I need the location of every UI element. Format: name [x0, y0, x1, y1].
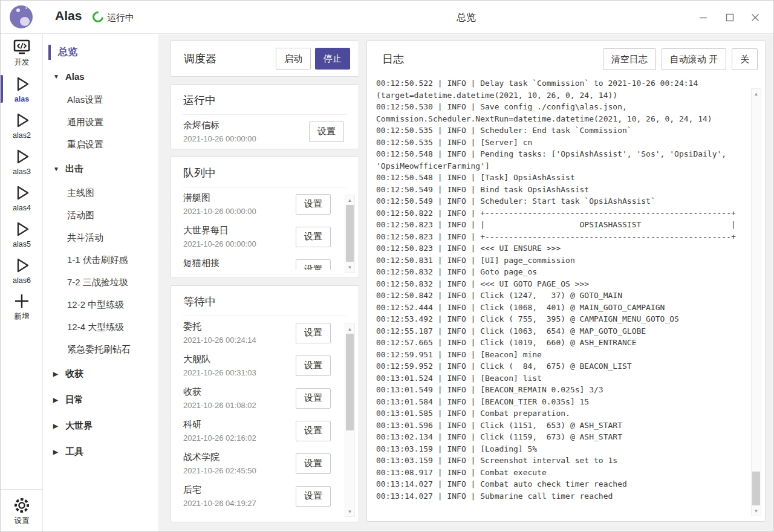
menu-item-12-2 中型练级[interactable]: 12-2 中型练级	[43, 294, 158, 316]
sidebar-item-label: alas3	[13, 167, 31, 176]
autoscroll-on-button[interactable]: 自动滚动 开	[662, 48, 726, 70]
task-setting-button[interactable]: 设置	[296, 355, 331, 376]
sidebar-item-新增[interactable]: 新增	[1, 288, 43, 325]
minimize-button[interactable]	[694, 8, 713, 27]
task-next-run-time: 2021-10-26 00:31:03	[183, 368, 296, 377]
sidebar-item-alas4[interactable]: alas4	[1, 180, 43, 216]
sidebar-item-settings[interactable]: 设置	[1, 489, 43, 532]
scroll-up-icon[interactable]: ▲	[752, 89, 761, 99]
menu-item-共斗活动[interactable]: 共斗活动	[43, 227, 158, 249]
play-icon	[12, 256, 31, 275]
task-row: 大舰队2021-10-26 00:31:03设置	[171, 349, 359, 381]
sidebar-item-alas2[interactable]: alas2	[1, 107, 43, 143]
task-setting-button[interactable]: 设置	[296, 486, 331, 507]
close-icon	[751, 13, 759, 22]
task-name: 短猫相接	[183, 258, 296, 269]
sidebar-item-label: alas	[15, 95, 29, 103]
scroll-up-icon[interactable]: ▲	[345, 195, 354, 205]
task-row: 后宅2021-10-26 04:19:27设置	[171, 479, 359, 512]
log-panel: 日志 清空日志 自动滚动 开 关 00:12:50.522 | INFO | D…	[366, 41, 766, 522]
clear-log-button[interactable]: 清空日志	[603, 48, 656, 70]
log-scrollbar[interactable]: ▲ ▼	[751, 88, 761, 516]
main-content: 调度器 启动 停止 运行中 余烬信标2021-10-26 00:00:00设置 …	[159, 34, 774, 532]
task-name: 委托	[183, 321, 296, 332]
sidebar-item-alas5[interactable]: alas5	[1, 216, 43, 252]
scrollbar-thumb[interactable]	[752, 472, 760, 505]
task-setting-button[interactable]: 设置	[296, 323, 331, 343]
autoscroll-off-button[interactable]: 关	[732, 48, 758, 70]
scroll-down-icon[interactable]: ▼	[345, 507, 354, 516]
scroll-down-icon[interactable]: ▼	[752, 506, 761, 516]
menu-item-overview[interactable]: 总览	[43, 41, 158, 64]
menu-group-label: 日常	[65, 394, 83, 406]
chevron-right-icon: ▶	[53, 371, 60, 377]
task-setting-button[interactable]: 设置	[296, 453, 331, 474]
waiting-card: 等待中 委托2021-10-26 00:24:14设置大舰队2021-10-26…	[171, 285, 359, 522]
scrollbar-thumb[interactable]	[346, 334, 354, 430]
task-name: 战术学院	[183, 452, 296, 463]
menu-item-重启设置[interactable]: 重启设置	[43, 134, 158, 156]
gear-icon	[13, 496, 31, 514]
task-row: 收获2021-10-26 01:08:02设置	[171, 381, 359, 414]
sidebar-item-label: 新增	[15, 311, 30, 322]
task-next-run-time: 2021-10-26 00:24:14	[183, 336, 296, 345]
task-setting-button[interactable]: 设置	[296, 227, 331, 247]
menu-group-label: 出击	[65, 163, 83, 175]
menu-group-label: 大世界	[65, 420, 93, 432]
scheduler-stop-button[interactable]: 停止	[315, 48, 350, 70]
task-setting-button[interactable]: 设置	[296, 194, 331, 215]
task-row: 短猫相接2021-10-26 00:00:00设置	[171, 253, 359, 270]
menu-group-日常[interactable]: ▶日常	[43, 387, 158, 413]
play-icon	[12, 219, 31, 239]
menu-group-工具[interactable]: ▶工具	[43, 439, 158, 465]
task-row: 大世界每日2021-10-26 00:00:00设置	[171, 220, 359, 253]
chevron-down-icon: ▼	[53, 73, 60, 80]
task-next-run-time: 2021-10-26 04:19:27	[183, 499, 296, 508]
menu-group-出击[interactable]: ▼出击	[43, 156, 158, 182]
queued-card-title: 队列中	[183, 157, 346, 187]
menu-item-7-2 三战捡垃圾[interactable]: 7-2 三战捡垃圾	[43, 271, 158, 294]
waiting-card-title: 等待中	[183, 286, 346, 316]
menu-item-紧急委托刷钻石[interactable]: 紧急委托刷钻石	[43, 339, 158, 361]
menu-group-Alas[interactable]: ▼Alas	[43, 64, 158, 89]
sidebar-settings-label: 设置	[15, 516, 30, 526]
menu-item-12-4 大型练级[interactable]: 12-4 大型练级	[43, 316, 158, 339]
play-icon	[12, 111, 31, 130]
task-menu: 总览 ▼AlasAlas设置通用设置重启设置▼出击主线图活动图共斗活动1-1 伏…	[43, 34, 158, 532]
menu-item-Alas设置[interactable]: Alas设置	[43, 89, 158, 111]
minimize-icon	[699, 13, 707, 22]
task-next-run-time: 2021-10-26 02:45:50	[183, 466, 296, 475]
menu-item-主线图[interactable]: 主线图	[43, 182, 158, 204]
sidebar-item-alas3[interactable]: alas3	[1, 143, 43, 180]
menu-group-label: 收获	[65, 368, 83, 380]
queued-scrollbar[interactable]: ▲ ▼	[345, 195, 355, 273]
waiting-scrollbar[interactable]: ▲ ▼	[345, 323, 355, 517]
menu-group-大世界[interactable]: ▶大世界	[43, 413, 158, 439]
scheduler-start-button[interactable]: 启动	[276, 48, 311, 70]
scroll-up-icon[interactable]: ▲	[345, 324, 354, 334]
task-setting-button[interactable]: 设置	[296, 388, 331, 409]
scrollbar-thumb[interactable]	[346, 205, 354, 262]
scheduler-panel: 调度器 启动 停止	[171, 41, 359, 77]
sidebar-item-开发[interactable]: 开发	[1, 34, 43, 71]
close-button[interactable]	[746, 8, 765, 27]
sidebar-item-alas6[interactable]: alas6	[1, 252, 43, 288]
sidebar-item-label: alas6	[13, 276, 31, 285]
chevron-right-icon: ▶	[53, 397, 60, 403]
log-title: 日志	[382, 52, 404, 66]
task-row: 余烬信标2021-10-26 00:00:00设置	[171, 115, 359, 148]
scroll-down-icon[interactable]: ▼	[345, 262, 354, 272]
maximize-button[interactable]	[720, 8, 740, 27]
running-spinner-icon	[90, 9, 105, 24]
sidebar-item-alas[interactable]: alas	[1, 71, 43, 107]
menu-item-活动图[interactable]: 活动图	[43, 204, 158, 227]
menu-item-1-1 伏击刷好感[interactable]: 1-1 伏击刷好感	[43, 249, 158, 271]
menu-item-通用设置[interactable]: 通用设置	[43, 111, 158, 134]
task-setting-button[interactable]: 设置	[309, 122, 344, 142]
dev-monitor-icon	[12, 38, 31, 56]
task-setting-button[interactable]: 设置	[296, 259, 331, 270]
menu-group-收获[interactable]: ▶收获	[43, 361, 158, 387]
task-setting-button[interactable]: 设置	[296, 421, 331, 441]
maximize-icon	[726, 13, 734, 22]
task-name: 潜艇图	[183, 192, 296, 204]
